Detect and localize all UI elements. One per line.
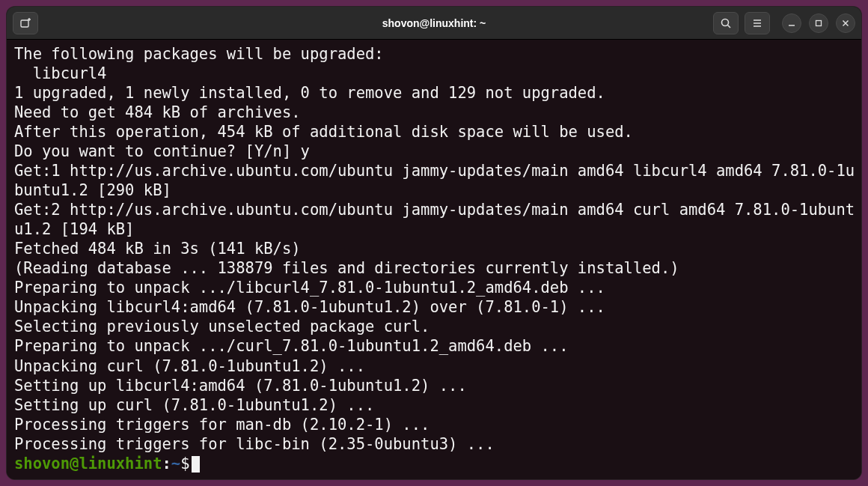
maximize-icon [815,19,822,27]
search-button[interactable] [713,12,739,34]
output-line: Selecting previously unselected package … [14,317,857,336]
prompt-path: ~ [171,455,180,473]
output-line: Fetched 484 kB in 3s (141 kB/s) [14,239,857,258]
output-line: Setting up curl (7.81.0-1ubuntu1.2) ... [14,395,857,415]
new-tab-button[interactable] [13,12,38,34]
svg-line-4 [728,25,731,28]
prompt-host: linuxhint [79,455,162,473]
cursor [192,456,200,473]
prompt-at: @ [70,455,79,473]
hamburger-icon [751,17,763,29]
output-line: Processing triggers for libc-bin (2.35-0… [14,434,857,454]
output-line: Preparing to unpack .../libcurl4_7.81.0-… [14,278,857,297]
output-line: Get:1 http://us.archive.ubuntu.com/ubunt… [14,161,857,200]
svg-rect-9 [816,20,822,25]
terminal-body[interactable]: The following packages will be upgraded:… [7,40,861,479]
menu-button[interactable] [745,12,770,34]
output-line: Setting up libcurl4:amd64 (7.81.0-1ubunt… [14,376,857,395]
window-controls [782,13,855,33]
output-line: Get:2 http://us.archive.ubuntu.com/ubunt… [14,200,857,239]
svg-rect-0 [21,20,28,27]
search-icon [720,17,732,29]
prompt-user: shovon [14,455,70,473]
titlebar-right [713,12,855,34]
output-line: Unpacking libcurl4:amd64 (7.81.0-1ubuntu… [14,297,857,317]
prompt-colon: : [162,455,171,473]
output-line: Need to get 484 kB of archives. [14,103,857,122]
output-line: Unpacking curl (7.81.0-1ubuntu1.2) ... [14,356,857,376]
terminal-output: The following packages will be upgraded:… [14,44,857,454]
output-line: 1 upgraded, 1 newly installed, 0 to remo… [14,83,857,103]
output-line: Processing triggers for man-db (2.10.2-1… [14,415,857,434]
window-title: shovon@linuxhint: ~ [382,17,486,29]
output-line: Preparing to unpack .../curl_7.81.0-1ubu… [14,336,857,356]
output-line: Do you want to continue? [Y/n] y [14,142,857,161]
close-button[interactable] [836,13,855,33]
output-line: (Reading database ... 138879 files and d… [14,258,857,278]
minimize-icon [788,19,795,27]
close-icon [842,19,849,27]
terminal-window: shovon@linuxhint: ~ [6,6,862,480]
titlebar-left [13,12,38,34]
output-line: The following packages will be upgraded: [14,44,857,64]
new-tab-icon [19,17,31,29]
prompt-sigil: $ [180,455,189,473]
maximize-button[interactable] [809,13,828,33]
output-line: After this operation, 454 kB of addition… [14,122,857,142]
output-line: libcurl4 [14,64,857,83]
minimize-button[interactable] [782,13,801,33]
titlebar: shovon@linuxhint: ~ [7,7,861,40]
svg-point-3 [722,19,729,25]
